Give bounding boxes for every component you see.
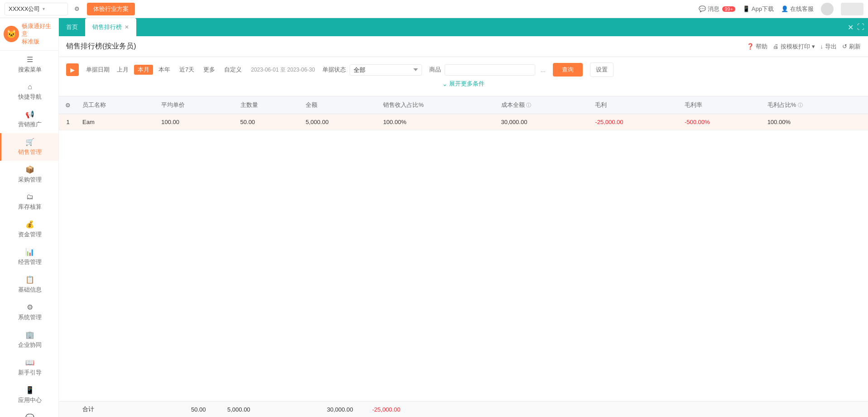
app-icon: 📱 [743,5,750,12]
sidebar-item-enterprise[interactable]: 🏢 企业协同 [0,326,58,354]
avatar[interactable] [821,3,834,15]
logo-line2: 标准版 [22,38,55,46]
total-cell: 5,000.00 [300,114,378,130]
status-label: 单据状态 [322,66,346,74]
status-select[interactable]: 全部 待审核 已审核 已作废 [350,64,422,76]
footer-label: 合计 [82,405,146,413]
tab-home[interactable]: 首页 [59,18,85,36]
col-employee: 员工名称 [77,96,156,114]
system-icon: ⚙ [27,303,33,312]
sidebar-item-app-center[interactable]: 📱 应用中心 [0,381,58,409]
sidebar-item-search-orders[interactable]: ☰ 搜索菜单 [0,51,58,78]
sidebar-item-label: 搜索菜单 [18,66,42,74]
sidebar-item-wechat[interactable]: 💬 企业微信 [0,409,58,417]
date-tab-custom[interactable]: 自定义 [221,65,245,75]
gross-pct-info-icon[interactable]: ⓘ [798,102,803,108]
setting-button[interactable]: 设置 [590,62,614,77]
date-label: 单据日期 [86,66,110,74]
cost-info-icon[interactable]: ⓘ [526,102,531,108]
sidebar-item-label: 库存核算 [18,203,42,211]
online-service-button[interactable]: 👤 在线客服 [781,5,814,13]
col-avg-price: 平均单价 [156,96,235,114]
date-tab-7days[interactable]: 近7天 [176,65,198,75]
sidebar-item-label: 采购管理 [18,176,42,184]
date-tab-current-year[interactable]: 本年 [155,65,174,75]
table-header: ⚙ 员工名称 平均单价 主数量 全额 销售收入占比% 成本全额 ⓘ 毛利 毛利率 [59,96,868,114]
refresh-button[interactable]: ↺ 刷新 [842,43,861,51]
page-header: 销售排行榜(按业务员) ❓ 帮助 🖨 按模板打印 ▾ ↓ 导出 [59,36,868,57]
sidebar-item-guide[interactable]: 📖 新手引导 [0,354,58,381]
table-footer: 合计 50.00 5,000.00 30,000.00 -25,000.00 [59,401,868,417]
sidebar-item-inventory[interactable]: 🗂 库存核算 [0,188,58,216]
tab-sales-rank[interactable]: 销售排行榜 ✕ [85,18,136,36]
trial-button[interactable]: 体验行业方案 [87,3,135,15]
tab-expand-icon[interactable]: ⛶ [857,23,864,31]
chevron-down-icon: ▾ [43,6,45,11]
expand-button[interactable]: ⌄ 展开更多条件 [442,80,484,88]
sidebar-item-sales[interactable]: 🛒 销售管理 [0,133,58,161]
date-tab-more[interactable]: 更多 [200,65,219,75]
footer-row: 合计 50.00 5,000.00 30,000.00 -25,000.00 [64,405,863,413]
tab-window-close-icon[interactable]: ✕ [848,23,854,32]
export-label: 导出 [825,43,837,51]
logo-icon: 🐱 [4,26,19,42]
sidebar-item-purchase[interactable]: 📦 采购管理 [0,161,58,188]
print-button[interactable]: 🖨 按模板打印 ▾ [773,43,815,51]
col-gross-pct: 毛利占比% ⓘ [762,96,868,114]
sidebar-item-label: 营销推广 [18,120,42,129]
app-center-icon: 📱 [25,386,34,394]
message-icon: 💬 [699,5,706,12]
quantity-cell: 50.00 [235,114,300,130]
refresh-label: 刷新 [849,43,861,51]
goods-input[interactable] [445,64,535,76]
sidebar-item-marketing[interactable]: 📢 营销推广 [0,105,58,133]
message-label: 消息 [708,5,719,13]
query-button[interactable]: 查询 [553,63,583,77]
app-download-label: App下载 [752,5,774,13]
export-icon: ↓ [820,43,824,50]
page-title: 销售排行榜(按业务员) [66,42,136,57]
message-button[interactable]: 💬 消息 99+ [699,5,735,13]
tab-sales-rank-label: 销售排行榜 [92,23,122,31]
footer-cost: 30,000.00 [327,406,372,413]
sidebar-item-quick-nav[interactable]: ⌂ 快捷导航 [0,78,58,105]
goods-filter: 商品 ... [429,64,546,76]
company-selector[interactable]: XXXXX公司 ▾ [5,3,68,15]
sidebar-item-label: 企业协同 [18,341,42,349]
page-content: 销售排行榜(按业务员) ❓ 帮助 🖨 按模板打印 ▾ ↓ 导出 [59,36,868,417]
col-settings-icon[interactable]: ⚙ [59,96,77,114]
filter-toggle-button[interactable]: ▶ [66,63,79,76]
goods-more-icon[interactable]: ... [541,67,546,73]
content-area: 首页 销售排行榜 ✕ ✕ ⛶ 销售排行榜(按业务员) ❓ 帮助 [59,18,868,417]
company-name: XXXXX公司 [9,5,40,13]
service-icon: 👤 [781,5,788,12]
sidebar-item-basic-info[interactable]: 📋 基础信息 [0,271,58,298]
tab-home-label: 首页 [66,23,78,31]
date-tab-prev-month[interactable]: 上月 [113,65,132,75]
gross-rate-cell: -500.00% [679,114,762,130]
main-layout: 🐱 畅康通好生意 标准版 ☰ 搜索菜单 ⌂ 快捷导航 📢 营销推广 🛒 销售管理… [0,18,868,417]
date-tab-current-month[interactable]: 本月 [134,65,153,75]
sidebar-item-label: 基础信息 [18,286,42,294]
tab-bar: 首页 销售排行榜 ✕ ✕ ⛶ [59,18,868,36]
gross-profit-cell: -25,000.00 [590,114,679,130]
filter-area: ▶ 单据日期 上月 本月 本年 近7天 更多 自定义 2023-06-01 至 … [59,57,868,96]
sidebar-item-label: 系统管理 [18,313,42,321]
logo-text: 畅康通好生意 标准版 [22,23,55,46]
settings-icon[interactable]: ⚙ [71,3,83,15]
sidebar-item-operations[interactable]: 📊 经营管理 [0,243,58,271]
marketing-icon: 📢 [25,110,34,119]
sidebar-item-system[interactable]: ⚙ 系统管理 [0,298,58,326]
help-button[interactable]: ❓ 帮助 [747,43,767,51]
app-download-button[interactable]: 📱 App下载 [743,5,774,13]
export-button[interactable]: ↓ 导出 [820,43,837,51]
basic-info-icon: 📋 [25,275,34,284]
table-wrap: ⚙ 员工名称 平均单价 主数量 全额 销售收入占比% 成本全额 ⓘ 毛利 毛利率 [59,96,868,401]
sidebar-item-finance[interactable]: 💰 资金管理 [0,216,58,243]
page-actions: ❓ 帮助 🖨 按模板打印 ▾ ↓ 导出 ↺ 刷新 [747,43,861,56]
user-name [841,3,863,15]
expand-label: 展开更多条件 [449,80,484,88]
data-table: ⚙ 员工名称 平均单价 主数量 全额 销售收入占比% 成本全额 ⓘ 毛利 毛利率 [59,96,868,130]
tab-close-icon[interactable]: ✕ [125,24,129,30]
col-gross-rate: 毛利率 [679,96,762,114]
